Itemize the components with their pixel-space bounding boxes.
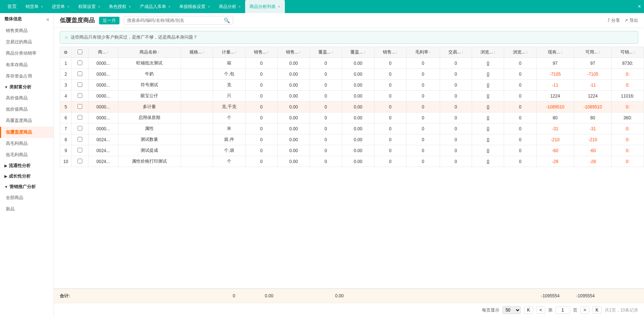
checkbox-column-header[interactable] xyxy=(72,47,89,58)
close-product-storage-icon[interactable]: × xyxy=(168,4,170,9)
page-input[interactable] xyxy=(555,306,570,314)
row-select-checkbox[interactable] xyxy=(78,159,82,163)
trans-column-header[interactable]: 交易...↕ xyxy=(440,47,472,58)
sidebar-item-low-margin[interactable]: 低毛利商品 xyxy=(0,149,54,161)
nav-permission[interactable]: 权限设置× xyxy=(74,0,105,13)
current-stock-column-header[interactable]: 现有...↕ xyxy=(536,47,574,58)
nav-product-storage[interactable]: 产成品入库单× xyxy=(136,0,175,13)
row-name[interactable]: 符号测试 xyxy=(118,80,181,91)
coverage2-column-header[interactable]: 覆盖...↕ xyxy=(342,47,374,58)
nav-goods-analysis-list[interactable]: 商品分析列表× xyxy=(245,0,284,13)
row-select-checkbox[interactable] xyxy=(78,71,82,76)
sales-amt-column-header[interactable]: 销售...↕ xyxy=(278,47,310,58)
sidebar-section-wealth[interactable]: ▼ 类财富分析 xyxy=(0,82,54,92)
sellable-column-header[interactable]: 可销...↕ xyxy=(612,47,644,58)
row-checkbox[interactable] xyxy=(72,145,89,156)
name-column-header[interactable]: 商品名称↕ xyxy=(118,47,181,58)
period-button[interactable]: 近一月 xyxy=(99,17,119,24)
row-name[interactable]: 属性 xyxy=(118,123,181,134)
data-table-container[interactable]: ⚙ 商...↕ 商品名称↕ 规格...↕ 计量...↕ 销售...↕ 销售...… xyxy=(60,47,644,288)
row-select-checkbox[interactable] xyxy=(78,104,82,109)
spec-column-header[interactable]: 规格...↕ xyxy=(181,47,213,58)
row-select-checkbox[interactable] xyxy=(78,82,82,87)
close-all-tabs-icon[interactable]: × xyxy=(638,3,641,10)
first-page-button[interactable]: K xyxy=(524,306,533,314)
row-checkbox[interactable] xyxy=(72,134,89,145)
share-button[interactable]: ⤴ 分享 xyxy=(608,17,620,24)
sidebar-item-high-margin[interactable]: 高毛利商品 xyxy=(0,138,54,149)
sidebar-collapse-btn[interactable]: « xyxy=(46,16,49,22)
row-select-checkbox[interactable] xyxy=(78,148,82,152)
sidebar-item-all-goods[interactable]: 全部商品 xyxy=(0,192,54,203)
export-button[interactable]: ↗ 导出 xyxy=(624,17,638,24)
sidebar-item-low-coverage[interactable]: 低覆盖度商品 xyxy=(0,127,54,138)
row-browse1[interactable]: 0 xyxy=(472,123,504,134)
row-name[interactable]: 测试提成 xyxy=(118,145,181,156)
row-name[interactable]: 启用保质期 xyxy=(118,112,181,123)
close-purchase-icon[interactable]: × xyxy=(67,4,69,9)
row-select-checkbox[interactable] xyxy=(78,115,82,120)
sidebar-item-high-value[interactable]: 高价值商品 xyxy=(0,92,54,104)
row-browse1[interactable]: 0 xyxy=(472,156,504,167)
row-browse1[interactable]: 0 xyxy=(472,80,504,91)
sidebar-item-category-rate[interactable]: 商品分类动销率 xyxy=(0,48,54,59)
row-name[interactable]: 多计量 xyxy=(118,102,181,112)
row-browse1[interactable]: 0 xyxy=(472,112,504,123)
nav-purchase[interactable]: 进货单× xyxy=(47,0,74,13)
row-name[interactable]: 测试数量 xyxy=(118,134,181,145)
nav-sales[interactable]: 销货单× xyxy=(21,0,47,13)
row-checkbox[interactable] xyxy=(72,112,89,123)
row-select-checkbox[interactable] xyxy=(78,60,82,65)
row-name[interactable]: 牛奶 xyxy=(118,69,181,80)
row-select-checkbox[interactable] xyxy=(78,126,82,131)
settings-column-header[interactable]: ⚙ xyxy=(60,47,72,58)
row-checkbox[interactable] xyxy=(72,156,89,167)
sidebar-item-traded-goods[interactable]: 交易过的商品 xyxy=(0,36,54,48)
nav-role[interactable]: 角色授权× xyxy=(105,0,135,13)
row-browse1[interactable]: 0 xyxy=(472,58,504,69)
row-checkbox[interactable] xyxy=(72,102,89,112)
row-browse1[interactable]: 0 xyxy=(472,69,504,80)
row-browse1[interactable]: 0 xyxy=(472,145,504,156)
unit-column-header[interactable]: 计量...↕ xyxy=(213,47,245,58)
coverage1-column-header[interactable]: 覆盖...↕ xyxy=(310,47,342,58)
nav-home[interactable]: 首页 xyxy=(3,0,21,13)
sidebar-item-low-value[interactable]: 低价值商品 xyxy=(0,104,54,115)
row-name[interactable]: 旺铺批次测试 xyxy=(118,58,181,69)
sales-qty-column-header[interactable]: 销售...↕ xyxy=(245,47,277,58)
sidebar-item-high-coverage[interactable]: 高覆盖度商品 xyxy=(0,115,54,126)
sidebar-item-new-goods[interactable]: 新品 xyxy=(0,203,54,215)
row-checkbox[interactable] xyxy=(72,123,89,134)
last-page-button[interactable]: K xyxy=(592,306,602,314)
browse1-column-header[interactable]: 浏览...↕ xyxy=(472,47,504,58)
row-browse1[interactable]: 0 xyxy=(472,134,504,145)
sales3-column-header[interactable]: 销售...↕ xyxy=(374,47,406,58)
close-sales-icon[interactable]: × xyxy=(41,4,43,9)
sidebar-section-marketing[interactable]: ▼ 营销推广分析 xyxy=(0,182,54,192)
per-page-select[interactable]: 50 100 200 xyxy=(502,306,521,314)
row-checkbox[interactable] xyxy=(72,80,89,91)
available-stock-column-header[interactable]: 可用...↕ xyxy=(574,47,612,58)
row-checkbox[interactable] xyxy=(72,58,89,69)
prev-page-button[interactable]: < xyxy=(536,306,545,314)
sidebar-item-stock-capital[interactable]: 库存资金占用 xyxy=(0,71,54,82)
sidebar-section-growth[interactable]: ▶ 成长性分析 xyxy=(0,171,54,182)
close-role-icon[interactable]: × xyxy=(129,4,131,9)
row-checkbox[interactable] xyxy=(72,69,89,80)
next-page-button[interactable]: > xyxy=(580,306,589,314)
search-input[interactable] xyxy=(127,18,224,23)
nav-template[interactable]: 单据模板设置× xyxy=(175,0,214,13)
row-name[interactable]: 眼宝公仔 xyxy=(118,91,181,102)
close-template-icon[interactable]: × xyxy=(208,4,210,9)
sidebar-item-stocked-goods[interactable]: 有库存商品 xyxy=(0,59,54,71)
row-browse1[interactable]: 0 xyxy=(472,102,504,112)
row-select-checkbox[interactable] xyxy=(78,137,82,142)
row-checkbox[interactable] xyxy=(72,91,89,102)
row-browse1[interactable]: 0 xyxy=(472,91,504,102)
close-goods-analysis-list-icon[interactable]: × xyxy=(278,4,280,9)
nav-goods-analysis[interactable]: 商品分析× xyxy=(215,0,245,13)
sidebar-section-circulation[interactable]: ▶ 流通性分析 xyxy=(0,161,54,171)
browse2-column-header[interactable]: 浏览...↕ xyxy=(504,47,536,58)
close-goods-analysis-icon[interactable]: × xyxy=(239,4,241,9)
select-all-checkbox[interactable] xyxy=(78,49,82,54)
